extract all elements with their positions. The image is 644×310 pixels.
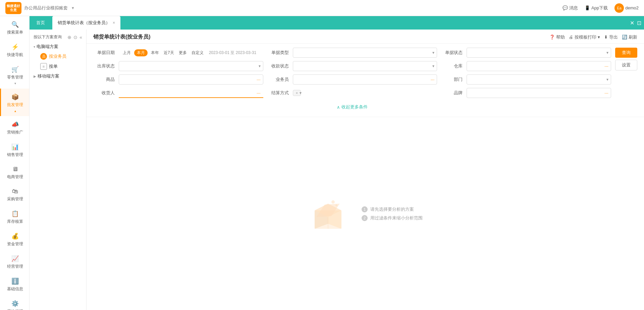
date-range-display: 2023-03-01 至 2023-03-31 bbox=[209, 50, 256, 56]
shortcut-7days[interactable]: 近7天 bbox=[162, 49, 175, 56]
staff-dots-icon[interactable]: ··· bbox=[431, 77, 435, 82]
settings-scheme-icon[interactable]: ⊙ bbox=[73, 35, 77, 40]
app-logo: 畅捷通好生意 bbox=[5, 2, 21, 14]
tree-pc-section[interactable]: ▾ 电脑端方案 bbox=[30, 42, 86, 51]
payment-tag-close[interactable]: × bbox=[296, 91, 298, 95]
sales-label: 销售管理 bbox=[7, 152, 23, 158]
tab-sales-stats[interactable]: 销货单统计表（按业务员） × bbox=[52, 16, 120, 30]
staff-input[interactable] bbox=[293, 74, 437, 85]
help-action[interactable]: ❓ 帮助 bbox=[549, 34, 565, 40]
quicknav-icon: ⚡ bbox=[11, 43, 19, 51]
brand-input[interactable] bbox=[467, 88, 611, 98]
collapse-button[interactable]: ∧ 收起更多条件 bbox=[337, 103, 368, 111]
doc-type-select[interactable] bbox=[293, 48, 437, 58]
by-staff-label: 按业务员 bbox=[49, 53, 66, 59]
app-download-label: App下载 bbox=[591, 5, 608, 11]
inventory-label: 库存核算 bbox=[7, 219, 23, 224]
username-label: demo2 bbox=[625, 5, 639, 10]
shortcut-more[interactable]: 更多 bbox=[177, 49, 188, 56]
date-label: 单据日期 bbox=[93, 50, 115, 56]
sidebar-item-marketing[interactable]: 📣 营销推广 bbox=[0, 116, 29, 139]
sidebar-item-purchase[interactable]: 🛍 采购管理 bbox=[0, 183, 29, 205]
sidebar-item-finance[interactable]: 💰 资金管理 bbox=[0, 228, 29, 250]
quicknav-label: 快捷导航 bbox=[7, 52, 23, 58]
wholesale-icon: 📦 bbox=[11, 93, 19, 101]
sidebar-item-search[interactable]: 🔍 搜索菜单 bbox=[0, 16, 29, 39]
template-print-action[interactable]: 🖨 按模板打印 ▾ bbox=[569, 34, 600, 40]
shortcut-last-month[interactable]: 上月 bbox=[121, 49, 132, 56]
message-button[interactable]: 💬 消息 bbox=[562, 5, 578, 11]
sidebar-item-sales[interactable]: 📊 销售管理 bbox=[0, 139, 29, 161]
goods-control: ··· bbox=[119, 74, 263, 85]
filter-row-4: 收货人 ··· 结算方式 × bbox=[93, 88, 611, 98]
print-icon: 🖨 bbox=[569, 35, 573, 40]
user-menu[interactable]: Ea demo2 bbox=[614, 3, 639, 13]
window-max-button[interactable]: ⊡ bbox=[637, 20, 641, 26]
subtitle-dropdown-icon[interactable]: ▾ bbox=[72, 5, 74, 10]
staff-label: 业务员 bbox=[267, 76, 289, 83]
payment-tag: × bbox=[293, 90, 301, 96]
sidebar-item-ecommerce[interactable]: 🖥 电商管理 bbox=[0, 161, 29, 183]
filter-row-2: 出库状态 ▾ 收款状态 bbox=[93, 61, 611, 71]
main-layout: 🔍 搜索菜单 ⚡ 快捷导航 🛒 零售管理 ▾ 📦 批发管理 ▴ 📣 营销推广 📊… bbox=[0, 16, 644, 310]
empty-tip-2: 2 用过滤条件来缩小分析范围 bbox=[362, 215, 423, 221]
empty-tips: 1 请先选择要分析的方案 2 用过滤条件来缩小分析范围 bbox=[362, 206, 423, 221]
phone-icon: 📱 bbox=[585, 5, 590, 10]
shortcut-this-year[interactable]: 本年 bbox=[150, 49, 160, 56]
operations-icon: 📈 bbox=[11, 255, 19, 262]
warehouse-label: 仓库 bbox=[441, 63, 463, 69]
tip-text-1: 请先选择要分析的方案 bbox=[370, 206, 414, 212]
warehouse-dots-icon[interactable]: ··· bbox=[604, 63, 608, 69]
out-status-select[interactable] bbox=[119, 61, 263, 71]
doc-status-select[interactable] bbox=[467, 48, 611, 58]
sidebar-item-inventory[interactable]: 📋 库存核算 bbox=[0, 205, 29, 228]
active-item-icon: 员 bbox=[40, 53, 47, 60]
sidebar-item-wholesale[interactable]: 📦 批发管理 ▴ bbox=[0, 89, 29, 116]
topbar-right: 💬 消息 📱 App下载 Ea demo2 bbox=[562, 3, 639, 13]
receipt-status-select[interactable] bbox=[293, 61, 437, 71]
tree-by-order[interactable]: ≡ 按单 bbox=[38, 61, 86, 71]
sidebar-item-retail[interactable]: 🛒 零售管理 ▾ bbox=[0, 61, 29, 89]
svg-point-5 bbox=[331, 200, 335, 204]
brand-control: ··· bbox=[467, 88, 611, 98]
page-title-actions: ❓ 帮助 🖨 按模板打印 ▾ ⬇ 导出 🔄 bbox=[549, 34, 637, 40]
consignee-label: 收货人 bbox=[93, 90, 115, 96]
refresh-action[interactable]: 🔄 刷新 bbox=[622, 34, 637, 40]
consignee-dots-icon[interactable]: ··· bbox=[257, 90, 261, 96]
sidebar-item-quicknav[interactable]: ⚡ 快捷导航 bbox=[0, 39, 29, 61]
tree-mobile-section[interactable]: ▶ 移动端方案 bbox=[30, 71, 86, 81]
tree-by-staff[interactable]: 员 按业务员 bbox=[38, 51, 86, 61]
brand-dots-icon[interactable]: ··· bbox=[604, 90, 608, 96]
add-scheme-icon[interactable]: ⊕ bbox=[67, 35, 71, 40]
message-label: 消息 bbox=[569, 5, 578, 11]
tab-home[interactable]: 首页 bbox=[30, 16, 52, 30]
warehouse-input[interactable] bbox=[467, 61, 611, 71]
sidebar-item-operations[interactable]: 📈 经营管理 bbox=[0, 250, 29, 273]
goods-dots-icon[interactable]: ··· bbox=[257, 77, 261, 82]
tab-close-icon[interactable]: × bbox=[113, 20, 115, 25]
sidebar-item-basic[interactable]: ℹ️ 基础信息 bbox=[0, 273, 29, 295]
finance-label: 资金管理 bbox=[7, 241, 23, 247]
collapse-panel-icon[interactable]: « bbox=[79, 35, 82, 40]
logo-text: 畅捷通好生意 bbox=[5, 4, 21, 12]
system-label: 系统管理 bbox=[7, 309, 23, 310]
tree-mobile-label: 移动端方案 bbox=[38, 73, 59, 79]
dept-select[interactable] bbox=[467, 74, 611, 85]
shortcut-custom[interactable]: 自定义 bbox=[190, 49, 205, 56]
query-button[interactable]: 查询 bbox=[615, 48, 637, 58]
refresh-label: 刷新 bbox=[629, 34, 637, 40]
collapse-label: 收起更多条件 bbox=[341, 104, 368, 110]
sidebar-item-system[interactable]: ⚙️ 系统管理 bbox=[0, 295, 29, 310]
export-action[interactable]: ⬇ 导出 bbox=[604, 34, 618, 40]
date-shortcuts: 上月 本月 本年 近7天 更多 自定义 bbox=[121, 49, 205, 56]
window-close-button[interactable]: ✕ bbox=[630, 20, 634, 26]
collapse-icon: ∧ bbox=[337, 105, 340, 110]
shortcut-this-month[interactable]: 本月 bbox=[134, 49, 148, 56]
receipt-status-control: ▾ bbox=[293, 61, 437, 71]
setting-button[interactable]: 设置 bbox=[615, 60, 637, 70]
topbar-left: 畅捷通好生意 办公用品行业模拟账套 ▾ bbox=[5, 2, 74, 14]
doc-type-control: ▾ bbox=[293, 48, 437, 58]
consignee-input[interactable] bbox=[119, 88, 263, 98]
goods-input[interactable] bbox=[119, 74, 263, 85]
app-download-button[interactable]: 📱 App下载 bbox=[585, 5, 608, 11]
